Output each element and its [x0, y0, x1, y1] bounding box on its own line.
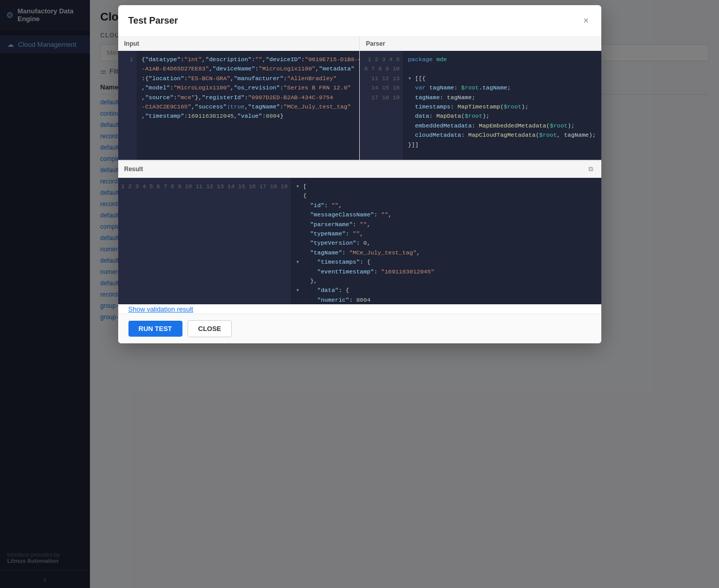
input-panel: Input 1 {"datatype":"int","description":… [118, 37, 360, 160]
modal-body: Input 1 {"datatype":"int","description":… [118, 37, 601, 314]
input-code-area[interactable]: 1 {"datatype":"int","description":"","de… [118, 51, 360, 160]
result-code-content: ▾ [ { "id": "", "messageClassName": "", … [291, 178, 601, 304]
modal-close-button[interactable]: × [581, 13, 591, 28]
close-button[interactable]: CLOSE [188, 320, 232, 337]
input-code-content: {"datatype":"int","description":"","devi… [137, 51, 360, 160]
panels-row: Input 1 {"datatype":"int","description":… [118, 37, 601, 160]
parser-panel-label: Parser [360, 37, 601, 51]
run-test-button[interactable]: RUN TEST [128, 321, 182, 337]
parser-panel: Parser 1 2 3 4 5 6 7 8 9 10 11 12 13 14 … [360, 37, 601, 160]
input-panel-label: Input [118, 37, 360, 51]
show-validation-link[interactable]: Show validation result [118, 304, 601, 314]
result-section: Result ⧉ 1 2 3 4 5 6 7 8 9 10 11 12 13 1… [118, 160, 601, 304]
modal-overlay: Test Parser × Input 1 {"datatype":"int",… [0, 0, 719, 588]
result-label: Result [124, 166, 143, 173]
modal-test-parser: Test Parser × Input 1 {"datatype":"int",… [118, 5, 601, 343]
copy-button[interactable]: ⧉ [586, 164, 595, 174]
parser-code-content: package mde ▾ [[{ var tagName: $root.tag… [403, 51, 601, 160]
modal-title: Test Parser [128, 15, 178, 26]
input-line-numbers: 1 [118, 51, 137, 160]
result-header: Result ⧉ [118, 161, 601, 178]
result-code-area[interactable]: 1 2 3 4 5 6 7 8 9 10 11 12 13 14 15 16 1… [118, 178, 601, 304]
modal-header: Test Parser × [118, 5, 601, 37]
modal-footer: RUN TEST CLOSE [118, 314, 601, 343]
result-line-numbers: 1 2 3 4 5 6 7 8 9 10 11 12 13 14 15 16 1… [118, 178, 291, 304]
parser-code-area[interactable]: 1 2 3 4 5 6 7 8 9 10 11 12 13 14 15 16 1… [360, 51, 601, 160]
parser-line-numbers: 1 2 3 4 5 6 7 8 9 10 11 12 13 14 15 16 1… [360, 51, 403, 160]
